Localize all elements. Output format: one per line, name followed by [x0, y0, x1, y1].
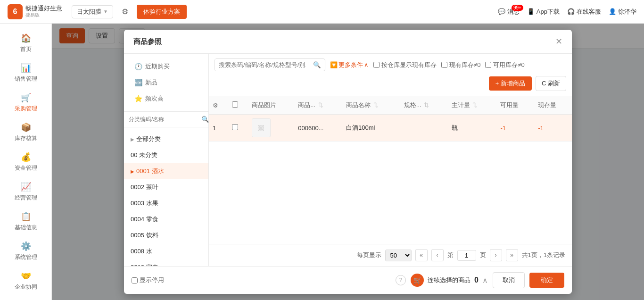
modal-close-button[interactable]: ✕ — [555, 36, 562, 47]
first-page-button[interactable]: « — [415, 249, 428, 261]
table-row[interactable]: 1 🖼 000600... 白酒100ml — [209, 115, 572, 142]
per-page-select[interactable]: 50 100 200 — [385, 250, 412, 261]
category-all[interactable]: ▶ 全部分类 — [124, 131, 208, 147]
basic-icon: 📋 — [21, 211, 31, 222]
sidebar-item-basic[interactable]: 📋 基础信息 — [0, 207, 51, 236]
confirm-button[interactable]: 确定 — [529, 273, 564, 288]
stock-nonzero-check[interactable] — [441, 62, 447, 68]
row-checkbox-cell[interactable] — [228, 115, 248, 142]
row-checkbox[interactable] — [232, 124, 238, 130]
add-product-button[interactable]: + 新增商品 — [489, 76, 532, 91]
collapse-cart-button[interactable]: ∧ — [482, 276, 488, 285]
nav-app-download[interactable]: 📱 App下载 — [527, 8, 560, 16]
content-area: 查询 设置 刷新 商品参照 ✕ — [52, 24, 644, 300]
warehouse-stock-label: 按仓库显示现有库存 — [381, 61, 437, 69]
sort-icon: ⇅ — [424, 101, 429, 108]
sidebar-item-enterprise[interactable]: 🤝 企业协同 — [0, 266, 51, 296]
category-0001[interactable]: ▶ 0001 酒水 — [124, 163, 208, 179]
show-disabled-label: 显示停用 — [140, 276, 164, 284]
row-image-cell: 🖼 — [248, 115, 295, 142]
category-search-row: 🔍 — [124, 112, 208, 127]
category-search-input[interactable] — [129, 116, 199, 123]
sidebar-label-enterprise: 企业协同 — [15, 283, 37, 291]
cancel-button[interactable]: 取消 — [493, 272, 525, 288]
product-reference-modal: 商品参照 ✕ 🕐 近期购买 — [124, 30, 572, 294]
page-prefix-label: 第 — [447, 251, 454, 259]
sidebar-item-sales[interactable]: 📊 销售管理 — [0, 58, 51, 88]
main-layout: 🏠 首页 📊 销售管理 🛒 采购管理 📦 库存核算 💰 资金管理 📈 经营管理 … — [0, 24, 644, 300]
sidebar: 🏠 首页 📊 销售管理 🛒 采购管理 📦 库存核算 💰 资金管理 📈 经营管理 … — [0, 24, 52, 300]
warehouse-stock-check[interactable] — [373, 62, 380, 68]
category-label: 全部分类 — [136, 135, 161, 143]
sidebar-item-system[interactable]: ⚙️ 系统管理 — [0, 236, 51, 266]
sidebar-item-guide[interactable]: 🔰 新手引导 — [0, 296, 51, 300]
product-search-input[interactable] — [215, 59, 309, 71]
enterprise-icon: 🤝 — [21, 271, 31, 281]
category-search-icon[interactable]: 🔍 — [201, 116, 209, 123]
row-unit: 瓶 — [448, 115, 497, 142]
col-name[interactable]: 商品名称 ⇅ — [342, 96, 400, 115]
sidebar-label-finance: 资金管理 — [15, 164, 37, 172]
sidebar-item-finance[interactable]: 💰 资金管理 — [0, 147, 51, 177]
quick-high-frequency[interactable]: ⭐ 频次高 — [129, 91, 204, 107]
product-table-area: ⚙ 商品图片 商品... ⇅ 商品名称 ⇅ 规格... ⇅ 主计量 ⇅ 可用量 — [209, 96, 572, 244]
trial-button[interactable]: 体验行业方案 — [137, 5, 187, 19]
sidebar-label-home: 首页 — [20, 45, 32, 53]
category-0005[interactable]: 0005 饮料 — [124, 227, 208, 243]
category-0002[interactable]: 0002 茶叶 — [124, 179, 208, 195]
nav-user[interactable]: 👤 徐泽华 — [609, 8, 636, 16]
customer-service-label: 在线客服 — [577, 8, 601, 16]
next-page-button[interactable]: › — [490, 249, 502, 261]
nav-selector[interactable]: 日太阳膜 ▼ — [72, 5, 113, 18]
modal-header: 商品参照 ✕ — [124, 30, 572, 54]
sidebar-item-management[interactable]: 📈 经营管理 — [0, 177, 51, 207]
sidebar-label-purchase: 采购管理 — [15, 105, 37, 113]
col-checkbox[interactable] — [228, 96, 248, 115]
more-filter-button[interactable]: 🔽 更多条件 ∧ — [330, 61, 369, 69]
select-all-checkbox[interactable] — [232, 101, 238, 108]
quick-recent-purchase[interactable]: 🕐 近期购买 — [129, 58, 204, 75]
col-unit[interactable]: 主计量 ⇅ — [448, 96, 497, 115]
settings-icon: ⚙ — [213, 102, 218, 109]
arrow-icon: ▶ — [131, 137, 134, 142]
help-icon-button[interactable]: ? — [396, 275, 406, 285]
usable-nonzero-check[interactable] — [485, 62, 491, 68]
nav-customer-service[interactable]: 🎧 在线客服 — [567, 8, 601, 16]
sidebar-item-home[interactable]: 🏠 首页 — [0, 28, 51, 58]
product-search-button[interactable]: 🔍 — [309, 59, 325, 71]
filter-icon: 🔽 — [330, 61, 338, 68]
prev-page-button[interactable]: ‹ — [431, 249, 444, 261]
chevron-down-icon: ▼ — [103, 9, 108, 14]
quick-new-product[interactable]: 🆕 新品 — [129, 75, 204, 91]
stock-nonzero-checkbox[interactable]: 现有库存≠0 — [441, 61, 480, 69]
col-settings[interactable]: ⚙ — [209, 96, 228, 115]
show-disabled-checkbox[interactable]: 显示停用 — [132, 276, 164, 284]
sales-icon: 📊 — [21, 63, 31, 73]
usable-nonzero-checkbox[interactable]: 可用库存≠0 — [485, 61, 524, 69]
gear-icon[interactable]: ⚙ — [118, 5, 132, 19]
category-0004[interactable]: 0004 零食 — [124, 211, 208, 227]
filter-label: 更多条件 — [339, 61, 363, 69]
show-disabled-check[interactable] — [132, 277, 138, 283]
nav-message[interactable]: 💬 消息 99+ — [498, 8, 520, 16]
page-number-input[interactable] — [457, 250, 476, 261]
category-0003[interactable]: 0003 水果 — [124, 195, 208, 211]
category-label: 0003 水果 — [131, 199, 158, 208]
col-spec[interactable]: 规格... ⇅ — [400, 96, 448, 115]
category-00[interactable]: 00 未分类 — [124, 147, 208, 163]
management-icon: 📈 — [21, 182, 31, 192]
logo-sub: 捷易版 — [25, 12, 62, 18]
warehouse-stock-checkbox[interactable]: 按仓库显示现有库存 — [373, 61, 437, 69]
last-page-button[interactable]: » — [506, 249, 518, 261]
sidebar-item-inventory[interactable]: 📦 库存核算 — [0, 117, 51, 147]
sort-icon: ⇅ — [318, 101, 323, 108]
col-image: 商品图片 — [248, 96, 295, 115]
product-image: 🖼 — [252, 118, 271, 137]
sidebar-item-purchase[interactable]: 🛒 采购管理 — [0, 88, 51, 117]
modal-overlay: 商品参照 ✕ 🕐 近期购买 — [52, 24, 644, 300]
modal-title: 商品参照 — [133, 37, 162, 46]
col-code[interactable]: 商品... ⇅ — [294, 96, 342, 115]
category-0008[interactable]: 0008 水 — [124, 243, 208, 259]
category-0010[interactable]: 0010 家电 — [124, 259, 208, 266]
refresh-button[interactable]: C 刷新 — [536, 76, 566, 91]
